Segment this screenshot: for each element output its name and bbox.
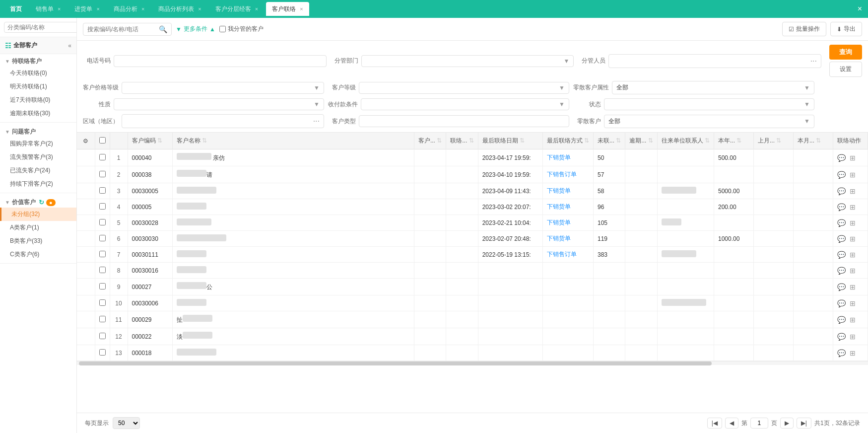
tab-purchase[interactable]: 进货单 ×	[68, 2, 105, 16]
window-close-button[interactable]: ×	[856, 2, 864, 15]
batch-ops-button[interactable]: ☑ 批量操作	[782, 22, 826, 36]
filter-search-icon[interactable]: 🔍	[159, 25, 167, 33]
th-last-month[interactable]: 上月... ⇅	[754, 133, 794, 149]
action-grid-icon[interactable]: ⊞	[850, 283, 856, 291]
close-tab-product-list[interactable]: ×	[198, 6, 201, 12]
filter-customer-type-select[interactable]	[359, 115, 569, 127]
action-grid-icon[interactable]: ⊞	[850, 219, 856, 227]
tab-customer-tier[interactable]: 客户分层经客 ×	[209, 2, 264, 16]
last-page-button[interactable]: ▶|	[797, 418, 811, 429]
select-all-checkbox[interactable]	[99, 137, 106, 144]
sidebar-group-value[interactable]: ▼ 价值客户 ↻ ●	[0, 195, 76, 208]
filter-status-select[interactable]: ▼	[604, 98, 814, 110]
page-input[interactable]	[750, 418, 768, 429]
th-overdue[interactable]: 逾期... ⇅	[625, 133, 657, 149]
filter-phone-input[interactable]	[114, 55, 327, 67]
row-7-check[interactable]	[99, 251, 106, 257]
th-last-contact-date[interactable]: 最后联络日期 ⇅	[478, 133, 542, 149]
sidebar-item-today[interactable]: 今天待联络(0)	[0, 67, 76, 80]
action-chat-icon[interactable]: 💬	[837, 171, 846, 179]
row-5-check[interactable]	[99, 219, 106, 225]
per-page-select[interactable]: 50 100 200	[113, 417, 140, 429]
th-unit-contact[interactable]: 往来单位联系人 ⇅	[657, 133, 714, 149]
action-grid-icon[interactable]: ⊞	[850, 316, 856, 324]
my-customers-checkbox-label[interactable]: 我分管的客户	[219, 25, 264, 33]
more-conditions-button[interactable]: ▼ 更多条件 ▲	[176, 25, 215, 33]
action-chat-icon[interactable]: 💬	[837, 251, 846, 259]
prev-page-button[interactable]: ◀	[725, 418, 738, 429]
sidebar-search-input[interactable]	[4, 22, 77, 33]
query-button[interactable]: 查询	[829, 45, 862, 60]
action-grid-icon[interactable]: ⊞	[850, 251, 856, 259]
filter-nature-select[interactable]: ▼	[114, 98, 324, 110]
tab-sales[interactable]: 销售单 ×	[30, 2, 67, 16]
reset-button[interactable]: 设置	[829, 62, 862, 77]
sidebar-item-churned[interactable]: 已流失客户(24)	[0, 164, 76, 177]
action-chat-icon[interactable]: 💬	[837, 219, 846, 227]
th-uncontacted[interactable]: 未联... ⇅	[593, 133, 625, 149]
filter-search-input[interactable]	[87, 26, 157, 33]
th-contact[interactable]: 联络... ⇅	[446, 133, 478, 149]
row-1-check[interactable]	[99, 154, 106, 160]
sidebar-group-problem[interactable]: ▼ 问题客户	[0, 125, 76, 137]
sidebar-item-b-class[interactable]: B类客户(33)	[0, 234, 76, 248]
action-grid-icon[interactable]: ⊞	[850, 267, 856, 275]
action-chat-icon[interactable]: 💬	[837, 283, 846, 291]
row-13-check[interactable]	[99, 349, 106, 356]
sidebar-item-churn-warn[interactable]: 流失预警客户(3)	[0, 150, 76, 164]
tab-product-list[interactable]: 商品分析列表 ×	[152, 2, 207, 16]
action-chat-icon[interactable]: 💬	[837, 154, 846, 162]
action-grid-icon[interactable]: ⊞	[850, 203, 856, 211]
refresh-icon[interactable]: ↻	[39, 199, 44, 206]
th-type[interactable]: 客户... ⇅	[414, 133, 446, 149]
action-grid-icon[interactable]: ⊞	[850, 349, 856, 357]
row-6-check[interactable]	[99, 235, 106, 241]
row-9-check[interactable]	[99, 283, 106, 289]
close-tab-product-analysis[interactable]: ×	[141, 6, 144, 12]
filter-region-dots[interactable]: ···	[313, 117, 320, 126]
row-3-check[interactable]	[99, 187, 106, 194]
close-tab-sales[interactable]: ×	[58, 6, 61, 12]
th-name[interactable]: 客户名称 ⇅	[172, 133, 414, 149]
sidebar-item-abnormal[interactable]: 囤购异常客户(2)	[0, 137, 76, 150]
action-chat-icon[interactable]: 💬	[837, 316, 846, 324]
action-chat-icon[interactable]: 💬	[837, 235, 846, 243]
filter-payment-select[interactable]: ▼	[361, 98, 569, 110]
filter-scatter-attr-select[interactable]: 全部▼	[612, 81, 814, 94]
sidebar-item-ungrouped[interactable]: 未分组(32)	[0, 208, 76, 221]
tab-customer-contact[interactable]: 客户联络 ×	[266, 2, 309, 16]
action-grid-icon[interactable]: ⊞	[850, 154, 856, 162]
filter-price-tier-select[interactable]: ▼	[122, 82, 324, 94]
th-config[interactable]: ⚙	[77, 133, 95, 149]
sidebar-item-c-class[interactable]: C类客户(6)	[0, 248, 76, 261]
action-chat-icon[interactable]: 💬	[837, 267, 846, 275]
row-8-check[interactable]	[99, 267, 106, 273]
filter-scatter-select[interactable]: 全部▼	[604, 115, 814, 128]
th-check[interactable]	[95, 133, 110, 149]
tab-home[interactable]: 首页	[4, 2, 28, 16]
action-chat-icon[interactable]: 💬	[837, 299, 846, 307]
sidebar-item-tomorrow[interactable]: 明天待联络(1)	[0, 80, 76, 93]
sidebar-item-7days[interactable]: 近7天待联络(0)	[0, 93, 76, 107]
filter-dept-select[interactable]: ▼	[361, 55, 574, 67]
sidebar-all-customers[interactable]: ☷ 全部客户 «	[0, 37, 76, 54]
sidebar-group-pending[interactable]: ▼ 待联络客户	[0, 54, 76, 67]
action-grid-icon[interactable]: ⊞	[850, 235, 856, 243]
sidebar-collapse-icon[interactable]: «	[68, 42, 71, 49]
close-tab-customer-tier[interactable]: ×	[255, 6, 258, 12]
tab-product-analysis[interactable]: 商品分析 ×	[108, 2, 150, 16]
action-chat-icon[interactable]: 💬	[837, 349, 846, 357]
export-button[interactable]: ⬇ 导出	[830, 22, 862, 36]
sidebar-item-a-class[interactable]: A类客户(1)	[0, 221, 76, 234]
filter-customer-tier-select[interactable]: ▼	[359, 82, 569, 94]
action-grid-icon[interactable]: ⊞	[850, 299, 856, 307]
th-code[interactable]: 客户编码 ⇅	[128, 133, 172, 149]
row-10-check[interactable]	[99, 299, 106, 306]
row-2-check[interactable]	[99, 171, 106, 177]
close-tab-customer-contact[interactable]: ×	[300, 6, 303, 12]
filter-person-input[interactable]: ···	[608, 54, 821, 68]
next-page-button[interactable]: ▶	[780, 418, 794, 429]
config-icon[interactable]: ⚙	[83, 138, 88, 144]
filter-region-input[interactable]: ···	[122, 114, 324, 128]
th-this-year[interactable]: 本年... ⇅	[714, 133, 754, 149]
